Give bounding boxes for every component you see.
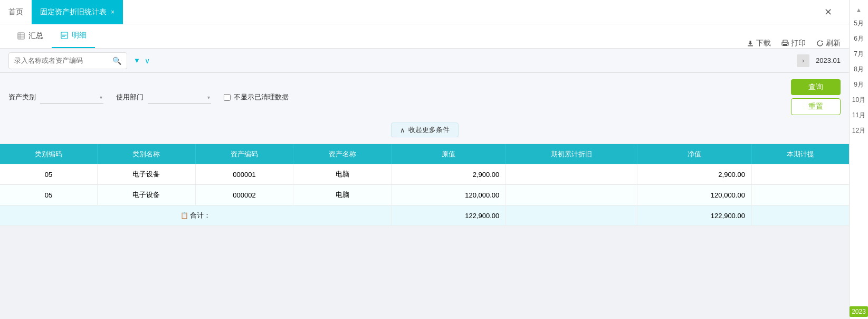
department-select-wrap[interactable] bbox=[148, 90, 211, 104]
search-icon: 🔍 bbox=[112, 57, 121, 65]
chevron-down-icon: ∨ bbox=[145, 57, 150, 65]
print-button[interactable]: 打印 bbox=[781, 39, 806, 48]
sidebar-month-item[interactable]: 7月 bbox=[850, 46, 869, 62]
search-input[interactable] bbox=[14, 57, 109, 64]
hide-cleared-label: 不显示已清理数据 bbox=[234, 92, 289, 102]
col-accumulated-dep: 期初累计折旧 bbox=[506, 144, 637, 164]
refresh-button[interactable]: 刷新 bbox=[816, 39, 841, 48]
col-net-value: 净值 bbox=[637, 144, 751, 164]
sidebar-month-item[interactable]: 12月 bbox=[850, 123, 869, 138]
nav-arrow-right[interactable]: › bbox=[797, 54, 809, 67]
tab-summary-label: 汇总 bbox=[28, 31, 43, 41]
col-category-code: 类别编码 bbox=[0, 144, 97, 164]
home-link[interactable]: 首页 bbox=[8, 7, 30, 17]
hide-cleared-wrap[interactable]: 不显示已清理数据 bbox=[224, 92, 289, 102]
tab-close-button[interactable]: × bbox=[111, 8, 115, 16]
top-nav: 首页 固定资产折旧统计表 × ✕ bbox=[0, 0, 849, 24]
table-cell bbox=[506, 185, 637, 205]
sidebar-month-item[interactable]: 6月 bbox=[850, 31, 869, 46]
table-cell: 电子设备 bbox=[97, 164, 195, 185]
more-conditions-button[interactable]: ▼ ∨ bbox=[133, 57, 150, 65]
summary-cell: 📋 合计： bbox=[0, 205, 392, 226]
col-asset-code: 资产编码 bbox=[195, 144, 293, 164]
summary-cell: 122,900.00 bbox=[392, 205, 506, 226]
table-cell: 000001 bbox=[195, 164, 293, 185]
table-wrap: 类别编码 类别名称 资产编码 资产名称 原值 期初累计折旧 净值 本期计提 05… bbox=[0, 144, 849, 319]
table-cell: 05 bbox=[0, 164, 97, 185]
data-table: 类别编码 类别名称 资产编码 资产名称 原值 期初累计折旧 净值 本期计提 05… bbox=[0, 144, 849, 226]
refresh-label: 刷新 bbox=[826, 39, 841, 48]
svg-rect-11 bbox=[783, 44, 787, 46]
summary-icon bbox=[17, 32, 25, 40]
asset-category-select[interactable] bbox=[40, 90, 103, 104]
summary-cell bbox=[506, 205, 637, 226]
sidebar-month-item[interactable]: 9月 bbox=[850, 77, 869, 92]
tab-summary[interactable]: 汇总 bbox=[8, 24, 52, 48]
print-label: 打印 bbox=[791, 39, 806, 48]
svg-point-12 bbox=[787, 43, 788, 44]
col-current-period: 本期计提 bbox=[751, 144, 849, 164]
svg-rect-0 bbox=[18, 33, 24, 39]
collapse-label: 收起更多条件 bbox=[408, 125, 450, 135]
table-cell: 2,900.00 bbox=[392, 164, 506, 185]
department-select[interactable] bbox=[148, 90, 211, 104]
table-cell: 120,000.00 bbox=[637, 185, 751, 205]
window-close-button[interactable]: ✕ bbox=[816, 6, 841, 18]
table-cell: 05 bbox=[0, 185, 97, 205]
sidebar-month-item[interactable]: 8月 bbox=[850, 62, 869, 77]
col-original-value: 原值 bbox=[392, 144, 506, 164]
collapse-button[interactable]: ∧ 收起更多条件 bbox=[391, 123, 459, 137]
asset-category-field: 资产类别 bbox=[8, 90, 103, 104]
download-button[interactable]: 下载 bbox=[747, 39, 771, 48]
query-button[interactable]: 查询 bbox=[791, 79, 841, 95]
department-label: 使用部门 bbox=[116, 92, 144, 102]
asset-category-select-wrap[interactable] bbox=[40, 90, 103, 104]
sidebar-month-item[interactable]: 5月 bbox=[850, 16, 869, 31]
sidebar-month-item[interactable]: 10月 bbox=[850, 92, 869, 108]
toolbar-actions: 下载 打印 刷新 bbox=[747, 39, 841, 48]
table-cell: 000002 bbox=[195, 185, 293, 205]
col-asset-name: 资产名称 bbox=[293, 144, 392, 164]
table-cell bbox=[506, 164, 637, 185]
collapse-bar: ∧ 收起更多条件 bbox=[8, 119, 841, 139]
table-cell bbox=[751, 164, 849, 185]
table-cell: 电脑 bbox=[293, 164, 392, 185]
detail-icon bbox=[60, 31, 69, 40]
table-header-row: 类别编码 类别名称 资产编码 资产名称 原值 期初累计折旧 净值 本期计提 bbox=[0, 144, 849, 164]
hide-cleared-checkbox[interactable] bbox=[224, 94, 231, 101]
active-tab[interactable]: 固定资产折旧统计表 × bbox=[32, 0, 123, 24]
filter-icon: ▼ bbox=[133, 57, 140, 64]
date-label: 2023.01 bbox=[816, 57, 841, 64]
filter-panel: 资产类别 使用部门 不显示已清理数据 bbox=[0, 73, 849, 144]
tab-title: 固定资产折旧统计表 bbox=[40, 7, 107, 17]
table-cell bbox=[751, 185, 849, 205]
right-sidebar: ▲ 5月6月7月8月9月10月11月12月 2023 bbox=[849, 0, 868, 319]
sidebar-month-item[interactable]: 11月 bbox=[850, 108, 869, 123]
table-cell: 电脑 bbox=[293, 185, 392, 205]
summary-cell bbox=[751, 205, 849, 226]
tab-detail-label: 明细 bbox=[72, 31, 87, 40]
asset-category-label: 资产类别 bbox=[8, 92, 36, 102]
table-cell: 电子设备 bbox=[97, 185, 195, 205]
sidebar-year-badge[interactable]: 2023 bbox=[850, 306, 868, 317]
col-category-name: 类别名称 bbox=[97, 144, 195, 164]
sidebar-scroll-up[interactable]: ▲ bbox=[854, 4, 864, 16]
download-label: 下载 bbox=[756, 39, 771, 48]
tab-detail[interactable]: 明细 bbox=[52, 24, 95, 48]
search-input-wrap[interactable]: 🔍 bbox=[8, 52, 127, 69]
summary-cell: 122,900.00 bbox=[637, 205, 751, 226]
department-field: 使用部门 bbox=[116, 90, 211, 104]
svg-rect-8 bbox=[748, 45, 753, 46]
reset-button[interactable]: 重置 bbox=[791, 98, 841, 115]
search-bar: 🔍 ▼ ∨ › 2023.01 bbox=[0, 49, 849, 73]
table-row: 05电子设备000002电脑120,000.00120,000.00 bbox=[0, 185, 849, 205]
table-cell: 120,000.00 bbox=[392, 185, 506, 205]
filter-btn-group: 查询 重置 bbox=[791, 79, 841, 115]
table-row: 05电子设备000001电脑2,900.002,900.00 bbox=[0, 164, 849, 185]
tab-bar: 汇总 明细 下载 打印 bbox=[0, 24, 849, 49]
collapse-icon: ∧ bbox=[400, 126, 405, 134]
table-cell: 2,900.00 bbox=[637, 164, 751, 185]
summary-row: 📋 合计：122,900.00122,900.00 bbox=[0, 205, 849, 226]
